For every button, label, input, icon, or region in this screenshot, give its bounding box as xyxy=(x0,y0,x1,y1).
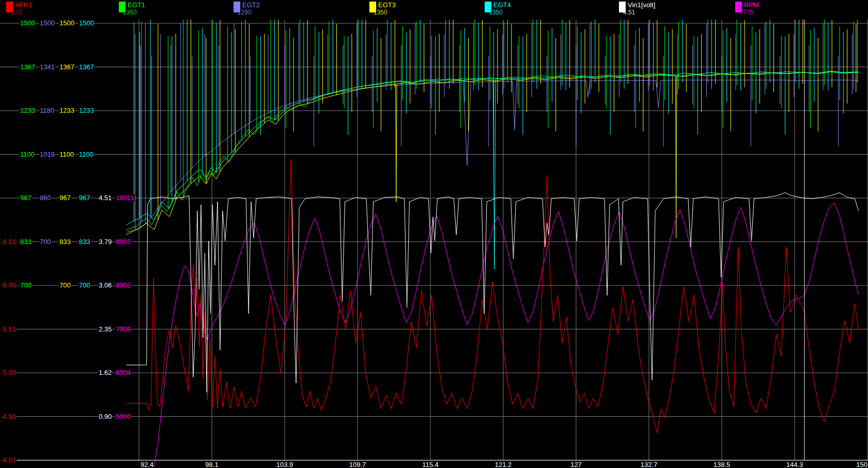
trace-afr1 xyxy=(127,160,859,433)
y-axis-label-egt3: 1500 xyxy=(59,19,75,27)
x-axis-label: 103.9 xyxy=(276,461,293,468)
x-axis-label: 115.4 xyxy=(422,461,439,468)
y-axis-label-egt2: 1019 xyxy=(39,150,55,158)
y-axis-label-egt2: 700 xyxy=(39,238,52,246)
legend-channel-value: 1290 xyxy=(238,9,252,16)
legend-channel-name: EGT3 xyxy=(378,1,396,9)
trace-vin1 xyxy=(127,193,859,392)
y-axis-label-egt4: 1367 xyxy=(79,63,95,71)
x-axis-label: 138.5 xyxy=(714,461,731,468)
x-axis-label: 92.4 xyxy=(141,461,153,468)
y-axis-label-egt2: 1500 xyxy=(39,19,55,27)
x-axis-label: 132.7 xyxy=(641,461,658,468)
y-axis-label-egt4: 833 xyxy=(79,238,91,246)
legend-channel-value: 1350 xyxy=(489,9,503,16)
y-axis-label-rpm: 6004 xyxy=(115,369,131,376)
y-axis-label-egt1: 1233 xyxy=(20,107,36,114)
y-axis-label-vin1: 3.06 xyxy=(98,281,112,289)
y-axis-label-egt1: 967 xyxy=(20,194,32,202)
legend-channel-value: 4.51 xyxy=(623,9,635,16)
legend-channel-name: EGT1 xyxy=(128,1,145,9)
y-axis-label-egt3: 700 xyxy=(59,281,71,289)
y-axis-label-egt4: 1500 xyxy=(79,19,95,27)
y-axis-label-egt1: 1100 xyxy=(20,150,35,158)
y-axis-label-afr1: -5.51 xyxy=(0,325,17,333)
y-axis-label-egt4: 967 xyxy=(79,194,91,202)
trace-egt2 xyxy=(127,80,859,232)
trace-egt3 xyxy=(127,72,859,238)
y-axis-label-rpm: 10011 xyxy=(115,194,134,202)
y-axis-label-vin1: 0.90 xyxy=(98,413,112,420)
legend-channel-name: AFR1 xyxy=(15,1,32,9)
y-axis-label-egt4: 1233 xyxy=(79,107,95,114)
x-axis-label: 121.2 xyxy=(495,461,512,468)
y-axis-label-egt3: 967 xyxy=(59,194,71,202)
trace-egt1 xyxy=(127,72,859,230)
legend-channel-name: EGT2 xyxy=(242,1,260,9)
x-axis-label: 144.3 xyxy=(786,461,803,468)
legend-channel-value: 5.72 xyxy=(10,9,22,16)
y-axis-label-vin1: 4.51 xyxy=(98,194,112,202)
y-axis-label-vin1: 2.35 xyxy=(98,325,112,333)
trace-rpm xyxy=(154,203,858,467)
legend-channel-name: EGT4 xyxy=(493,1,511,9)
y-axis-label-egt2: 1341 xyxy=(39,63,55,71)
x-axis-label: 109.7 xyxy=(349,461,366,468)
x-axis-label: 98.1 xyxy=(205,461,218,468)
y-axis-label-vin1: 3.79 xyxy=(98,238,112,246)
y-axis-label-afr1: -5.00 xyxy=(0,369,17,376)
y-axis-label-afr1: -4.50 xyxy=(0,413,17,420)
legend-channel-name: RPM xyxy=(744,1,759,9)
x-axis-label: 127 xyxy=(570,461,582,468)
y-axis-label-egt4: 700 xyxy=(79,281,91,289)
y-axis-label-egt2: 1180 xyxy=(39,107,55,114)
legend-channel-value: 1350 xyxy=(123,9,137,16)
y-axis-label-egt2: 860 xyxy=(39,194,52,202)
y-axis-label-egt3: 833 xyxy=(59,238,71,246)
y-axis-label-afr1: -4.01 xyxy=(0,456,17,464)
y-axis-label-rpm: 9007 xyxy=(115,238,131,246)
logworks-chart-window: AFR15.72EGT11350EGT21290EGT31350EGT41350… xyxy=(0,0,868,468)
y-axis-label-egt3: 1100 xyxy=(59,150,74,158)
y-axis-label-rpm: 7009 xyxy=(115,325,131,333)
y-axis-label-egt1: 833 xyxy=(20,238,32,246)
legend-channel-value: 1350 xyxy=(374,9,388,16)
y-axis-label-egt3: 1233 xyxy=(59,107,75,114)
legend-channel-value: 7775 xyxy=(739,9,753,16)
y-axis-label-afr1: -6.51- xyxy=(0,238,19,246)
y-axis-label-egt1: 700 xyxy=(20,281,32,289)
y-axis-label-egt4: 1100 xyxy=(79,150,94,158)
trace-egt4 xyxy=(127,71,859,269)
y-axis-label-vin1: 1.62 xyxy=(98,369,112,376)
plot-area[interactable] xyxy=(0,0,868,468)
x-axis-label: 150 xyxy=(856,461,867,468)
legend-channel-name: Vin1[volt] xyxy=(628,1,655,9)
y-axis-label-afr1: -6.00- xyxy=(0,281,19,289)
y-axis-label-egt1: 1367 xyxy=(20,63,36,71)
y-axis-label-rpm: 5000 xyxy=(115,413,131,420)
y-axis-label-egt1: 1500 xyxy=(20,19,36,27)
y-axis-label-egt3: 1367 xyxy=(59,63,75,71)
y-axis-label-rpm: 8002 xyxy=(115,281,131,289)
